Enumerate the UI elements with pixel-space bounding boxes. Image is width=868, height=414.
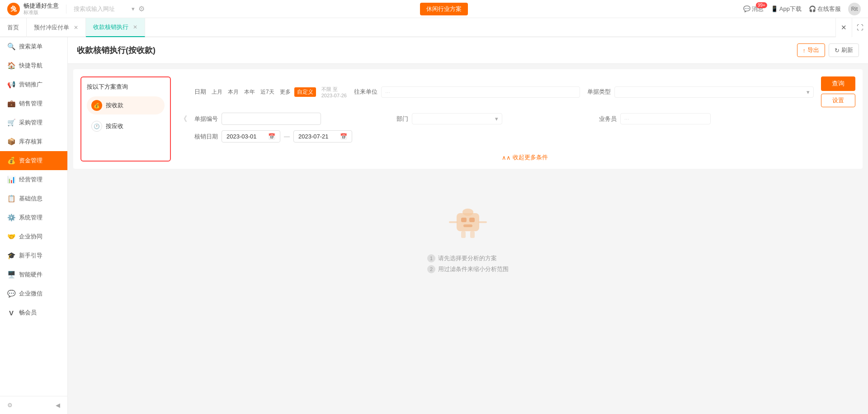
sidebar-item-marketing[interactable]: 📢 营销推广: [0, 75, 67, 94]
sidebar-item-inventory[interactable]: 📦 库存核算: [0, 132, 67, 151]
filter-left-title: 按以下方案查询: [87, 83, 165, 91]
tab-close-prepay[interactable]: ✕: [74, 24, 78, 31]
date-tab-7days[interactable]: 近7天: [259, 87, 276, 97]
sidebar-item-finance[interactable]: 💰 资金管理: [0, 151, 67, 170]
tab-receivable[interactable]: 收款核销执行 ✕: [86, 18, 145, 37]
date-tab-this-year[interactable]: 本年: [242, 87, 257, 97]
expand-tab-icon[interactable]: ⛶: [852, 18, 868, 37]
filter-option-by-receipt[interactable]: 💰 按收款: [87, 96, 165, 114]
verify-date-start-input[interactable]: 2023-03-01 📅: [222, 130, 280, 143]
page-actions: ↑ 导出 ↻ 刷新: [797, 43, 859, 63]
member-icon: V: [7, 309, 15, 317]
tab-prepay[interactable]: 预付冲应付单 ✕: [27, 18, 86, 37]
filter-option-by-receivable[interactable]: 🕐 按应收: [87, 117, 165, 135]
sidebar-item-collab[interactable]: 🤝 企业协同: [0, 227, 67, 246]
verify-date-end-input[interactable]: 2023-07-21 📅: [293, 130, 352, 143]
collapse-more-button[interactable]: ∧∧ 收起更多条件: [502, 150, 548, 162]
sales-icon: 💼: [7, 100, 15, 108]
sidebar-item-system[interactable]: ⚙️ 系统管理: [0, 208, 67, 227]
online-service-button[interactable]: 🎧 在线客服: [809, 5, 841, 13]
message-button[interactable]: 💬 消息 99+: [743, 5, 764, 13]
system-icon: ⚙️: [7, 214, 15, 222]
main-layout: 🔍 搜索菜单 🏠 快捷导航 📢 营销推广 💼 销售管理 🛒 采购管理 📦 库存核…: [0, 37, 868, 414]
guide-icon: 🎓: [7, 252, 15, 260]
sidebar-item-wechat[interactable]: 💬 企业微信: [0, 284, 67, 303]
empty-step-1: 1 请先选择要分析的方案: [427, 254, 509, 262]
dept-select[interactable]: ▾: [412, 113, 502, 124]
collapse-more-row: ∧∧ 收起更多条件: [194, 150, 855, 162]
svg-point-8: [462, 209, 473, 216]
settings-gear-icon[interactable]: ⚙: [138, 5, 145, 13]
tab-home[interactable]: 首页: [0, 18, 27, 37]
svg-rect-1: [461, 218, 467, 222]
export-icon: ↑: [803, 47, 806, 54]
filter-sales-item: 业务员 ···: [599, 113, 794, 124]
collab-icon: 🤝: [7, 233, 15, 241]
sidebar-item-purchase[interactable]: 🛒 采购管理: [0, 113, 67, 132]
export-button[interactable]: ↑ 导出: [797, 43, 826, 57]
content-area: 收款核销执行(按收款) ↑ 导出 ↻ 刷新 按以下方案查询 💰 按收款: [68, 37, 868, 414]
search-icon: 🔍: [7, 43, 15, 51]
date-tab-last-month[interactable]: 上月: [210, 87, 224, 97]
doc-no-input[interactable]: [222, 113, 321, 125]
finance-icon: 💰: [7, 157, 15, 165]
quicknav-icon: 🏠: [7, 62, 15, 70]
filter-date-tabs: 上月 本月 本年 近7天 更多 自定义: [210, 87, 316, 97]
by-receipt-icon: 💰: [91, 100, 102, 111]
url-dropdown-icon[interactable]: ▾: [132, 5, 135, 12]
unit-input[interactable]: ···: [381, 86, 580, 98]
sidebar-collapse-button[interactable]: ◀: [54, 400, 62, 410]
filter-row-2: 单据编号 部门 ▾ 业务员 ···: [194, 113, 855, 125]
empty-text-area: 1 请先选择要分析的方案 2 用过滤条件来缩小分析范围: [427, 254, 509, 276]
operation-icon: 📊: [7, 176, 15, 184]
svg-rect-3: [463, 224, 472, 227]
sidebar-item-search[interactable]: 🔍 搜索菜单: [0, 37, 67, 56]
sidebar-item-quicknav[interactable]: 🏠 快捷导航: [0, 56, 67, 75]
collapse-up-icon: ∧∧: [502, 154, 511, 161]
message-icon: 💬: [743, 5, 750, 12]
svg-rect-6: [461, 231, 466, 238]
close-tab-icon[interactable]: ✕: [835, 18, 852, 37]
inventory-icon: 📦: [7, 138, 15, 146]
tabbar-actions: ✕ ⛶: [835, 18, 868, 37]
svg-rect-7: [470, 231, 475, 238]
sidebar-item-guide[interactable]: 🎓 新手引导: [0, 246, 67, 265]
app-download-button[interactable]: 📱 App下载: [771, 5, 802, 13]
doc-type-select[interactable]: ▾: [614, 86, 814, 98]
filter-doc-type-item: 单据类型 ▾: [587, 86, 814, 98]
sales-select[interactable]: ···: [620, 113, 711, 124]
purchase-icon: 🛒: [7, 119, 15, 127]
topbar-right: 💬 消息 99+ 📱 App下载 🎧 在线客服 Rit: [743, 3, 861, 15]
sidebar-item-sales[interactable]: 💼 销售管理: [0, 94, 67, 113]
sidebar-item-member[interactable]: V 畅会员: [0, 303, 67, 322]
user-avatar[interactable]: Rit: [848, 3, 861, 15]
empty-step-2: 2 用过滤条件来缩小分析范围: [427, 265, 509, 273]
empty-robot-illustration: [443, 197, 493, 247]
filter-collapse-button[interactable]: 《: [178, 76, 189, 162]
filter-doc-no-item: 单据编号: [194, 113, 389, 125]
filter-dept-item: 部门 ▾: [396, 113, 591, 124]
app-icon: 📱: [771, 5, 778, 12]
url-bar[interactable]: 搜索或输入网址: [74, 5, 128, 13]
filter-row-1: 日期 上月 本月 本年 近7天 更多 自定义 不限 至 2023-07-26: [194, 76, 855, 107]
sidebar-settings-button[interactable]: ⚙: [5, 400, 14, 410]
date-tab-custom[interactable]: 自定义: [294, 87, 316, 97]
tab-close-receivable[interactable]: ✕: [133, 24, 137, 30]
page-title: 收款核销执行(按收款): [77, 45, 156, 62]
sidebar-item-operation[interactable]: 📊 经营管理: [0, 170, 67, 189]
query-button[interactable]: 查询: [821, 76, 855, 91]
sidebar-item-basic[interactable]: 📋 基础信息: [0, 189, 67, 208]
setting-button[interactable]: 设置: [821, 94, 855, 107]
date-tab-more[interactable]: 更多: [278, 87, 292, 97]
page-header: 收款核销执行(按收款) ↑ 导出 ↻ 刷新: [68, 37, 868, 64]
empty-state: 1 请先选择要分析的方案 2 用过滤条件来缩小分析范围: [68, 169, 868, 305]
sidebar-item-hardware[interactable]: 🖥️ 智能硬件: [0, 265, 67, 284]
marketing-icon: 📢: [7, 81, 15, 89]
wechat-icon: 💬: [7, 290, 15, 298]
by-receivable-icon: 🕐: [91, 121, 102, 132]
refresh-button[interactable]: ↻ 刷新: [829, 43, 859, 57]
date-tab-this-month[interactable]: 本月: [226, 87, 241, 97]
hardware-icon: 🖥️: [7, 271, 15, 279]
solution-button[interactable]: 休闲行业方案: [420, 3, 468, 15]
calendar-start-icon: 📅: [268, 133, 275, 140]
